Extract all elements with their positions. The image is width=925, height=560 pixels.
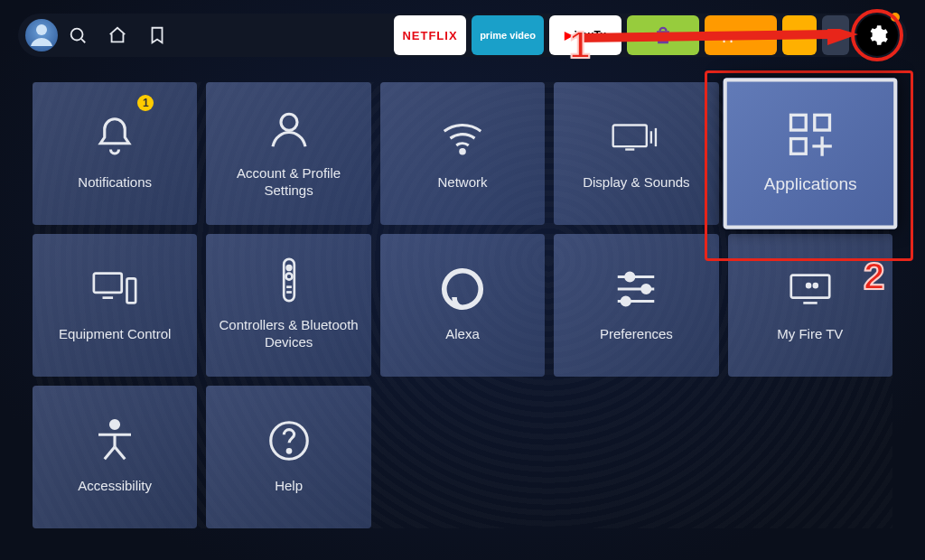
app-appstore[interactable]: appstore xyxy=(705,15,777,55)
help-icon xyxy=(265,416,313,465)
app-extra-2[interactable] xyxy=(822,15,849,55)
tile-label: Preferences xyxy=(600,326,673,343)
tile-label: Alexa xyxy=(445,326,480,343)
svg-rect-9 xyxy=(790,138,806,154)
app-label: prime video xyxy=(480,30,536,41)
bookmark-icon xyxy=(147,25,167,45)
app-netflix[interactable]: NETFLIX xyxy=(394,15,466,55)
svg-rect-14 xyxy=(127,278,136,303)
profile-avatar[interactable] xyxy=(25,19,58,51)
bell-icon xyxy=(90,113,139,162)
settings-notification-dot xyxy=(891,13,900,22)
tile-label: Accessibility xyxy=(78,478,152,495)
user-icon xyxy=(25,19,58,51)
bookmark-button[interactable] xyxy=(137,15,177,55)
tile-display-sounds[interactable]: Display & Sounds xyxy=(554,82,718,225)
tile-my-fire-tv[interactable]: My Fire TV xyxy=(728,234,892,377)
home-button[interactable] xyxy=(98,15,137,55)
top-navigation-bar: NETFLIX prime video ▶YouTu appstore xyxy=(18,14,907,57)
tile-alexa[interactable]: Alexa xyxy=(380,234,545,377)
shop-icon xyxy=(650,23,676,48)
tile-label: Account & Profile Settings xyxy=(217,165,361,200)
tile-applications[interactable]: Applications xyxy=(723,78,897,229)
svg-point-37 xyxy=(287,449,291,453)
app-extra-1[interactable] xyxy=(782,15,817,55)
notifications-badge: 1 xyxy=(137,95,154,111)
firetv-icon xyxy=(786,265,835,313)
apps-icon xyxy=(784,108,836,160)
tile-label: Network xyxy=(437,174,487,191)
youtube-icon: ▶ xyxy=(565,29,573,42)
svg-rect-5 xyxy=(613,125,647,146)
app-label: NETFLIX xyxy=(402,29,457,42)
svg-point-20 xyxy=(444,270,481,307)
svg-line-2 xyxy=(81,39,85,42)
svg-point-22 xyxy=(626,273,634,281)
tile-equipment-control[interactable]: Equipment Control xyxy=(33,234,197,377)
tile-label: My Fire TV xyxy=(777,326,843,343)
tile-account-profile[interactable]: Account & Profile Settings xyxy=(206,82,370,225)
accessibility-icon xyxy=(90,416,139,465)
settings-grid: 1 Notifications Account & Profile Settin… xyxy=(33,82,892,528)
svg-point-1 xyxy=(71,29,83,41)
svg-line-34 xyxy=(105,446,115,459)
home-icon xyxy=(107,25,127,45)
svg-point-30 xyxy=(814,284,818,287)
display-sound-icon xyxy=(612,113,660,162)
remote-icon xyxy=(265,256,313,304)
svg-line-35 xyxy=(115,446,125,459)
search-button[interactable] xyxy=(58,15,98,55)
svg-rect-12 xyxy=(94,273,122,292)
gear-icon xyxy=(865,23,889,47)
svg-point-3 xyxy=(281,115,297,131)
tile-label: Help xyxy=(275,478,303,495)
app-label: appstore xyxy=(716,29,766,42)
tile-label: Notifications xyxy=(78,174,152,191)
svg-point-24 xyxy=(642,285,650,293)
app-shortcuts-row: NETFLIX prime video ▶YouTu appstore xyxy=(394,15,849,55)
app-youtube[interactable]: ▶YouTu xyxy=(549,15,621,55)
svg-point-16 xyxy=(286,266,291,270)
tile-accessibility[interactable]: Accessibility xyxy=(33,386,197,528)
tile-label: Controllers & Bluetooth Devices xyxy=(217,317,361,351)
tile-controllers-bluetooth[interactable]: Controllers & Bluetooth Devices xyxy=(206,234,370,377)
user-icon xyxy=(265,104,313,153)
tile-notifications[interactable]: 1 Notifications xyxy=(33,82,197,225)
svg-rect-8 xyxy=(815,115,830,130)
svg-point-26 xyxy=(622,297,631,305)
tile-label: Equipment Control xyxy=(59,326,171,343)
svg-rect-7 xyxy=(790,115,806,130)
svg-point-0 xyxy=(36,24,47,35)
tile-label: Display & Sounds xyxy=(583,174,689,191)
sliders-icon xyxy=(612,265,660,313)
wifi-icon xyxy=(438,113,487,162)
svg-point-31 xyxy=(111,420,119,428)
app-label: YouTu xyxy=(575,29,607,42)
tile-label: Applications xyxy=(763,173,856,195)
equipment-icon xyxy=(90,265,139,313)
tile-network[interactable]: Network xyxy=(380,82,545,225)
alexa-icon xyxy=(438,265,487,313)
svg-point-17 xyxy=(285,274,292,280)
tile-preferences[interactable]: Preferences xyxy=(554,234,718,377)
svg-point-29 xyxy=(807,284,810,287)
app-shop[interactable] xyxy=(627,15,699,55)
search-icon xyxy=(68,25,88,45)
svg-point-4 xyxy=(461,149,465,154)
tile-help[interactable]: Help xyxy=(206,386,370,528)
app-prime-video[interactable]: prime video xyxy=(472,15,544,55)
